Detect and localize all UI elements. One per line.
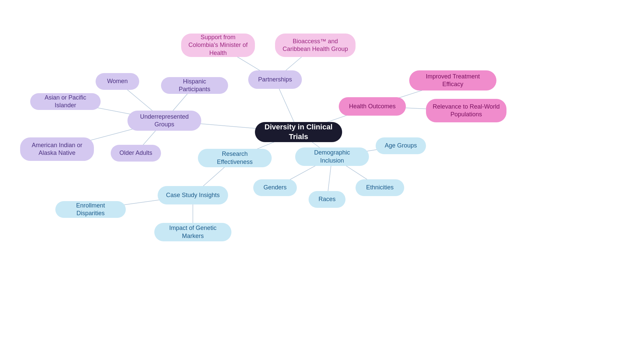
genders-node: Genders <box>253 179 297 196</box>
improved-treatment-node: Improved Treatment Efficacy <box>409 70 496 90</box>
age-groups-node: Age Groups <box>376 137 426 154</box>
women-node: Women <box>96 73 139 90</box>
asian-node: Asian or Pacific Islander <box>30 93 101 110</box>
hispanic-node: Hispanic Participants <box>161 77 228 94</box>
american-indian-node: American Indian or Alaska Native <box>20 137 94 161</box>
races-node: Races <box>309 191 345 208</box>
underrepresented-node: Underrepresented Groups <box>127 111 201 131</box>
ethnicities-node: Ethnicities <box>356 179 404 196</box>
older-adults-node: Older Adults <box>111 145 161 162</box>
case-study-node: Case Study Insights <box>158 186 228 204</box>
research-node: Research Effectiveness <box>198 149 272 167</box>
demographic-node: Demographic Inclusion <box>295 147 369 166</box>
relevance-node: Relevance to Real-World Populations <box>426 99 506 122</box>
colombia-node: Support from Colombia's Minister of Heal… <box>181 34 255 57</box>
enrollment-node: Enrollment Disparities <box>55 201 126 218</box>
genetic-node: Impact of Genetic Markers <box>154 223 231 241</box>
partnerships-node: Partnerships <box>248 70 302 89</box>
health-outcomes-node: Health Outcomes <box>339 97 406 116</box>
bioaccess-node: Bioaccess™ and Caribbean Health Group <box>275 34 356 57</box>
center-node: Diversity in Clinical Trials <box>255 122 342 142</box>
